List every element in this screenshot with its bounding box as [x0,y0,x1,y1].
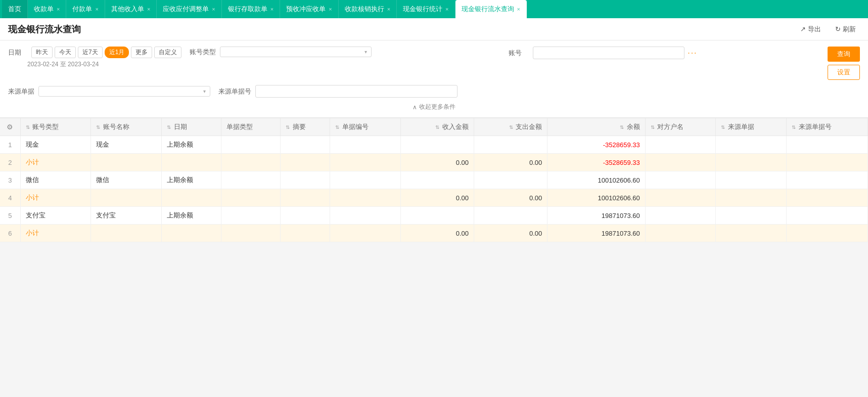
close-icon[interactable]: × [95,6,98,12]
nav-item-cash-flow[interactable]: 现金银行流水查询 × [455,0,527,18]
col-doc-type: 单据类型 [221,118,281,136]
sort-icon: ⇅ [335,124,339,130]
cell-seq: 3 [0,171,20,189]
nav-item-home[interactable]: 首页 [2,0,28,18]
settings-button[interactable]: 设置 [828,65,860,80]
col-summary-label: 摘要 [293,123,306,130]
cell-doc-no [330,189,401,207]
col-source-doc: ⇅ 来源单据 [716,118,787,136]
page-title: 现金银行流水查询 [8,23,81,35]
source-doc-no-label: 来源单据号 [218,87,251,96]
refresh-icon: ↻ [835,25,841,33]
cell-doc-no [330,171,401,189]
nav-item-other-income[interactable]: 其他收入单 × [105,0,157,18]
refresh-button[interactable]: ↻ 刷新 [831,23,860,36]
collapse-filter-button[interactable]: ∧ 收起更多条件 [8,101,860,113]
date-range-display: 2023-02-24 至 2023-03-24 [27,60,99,69]
col-expense-label: 支出金额 [516,123,542,130]
cell-account-type: 小计 [20,154,91,171]
nav-item-cash-stat[interactable]: 现金银行统计 × [397,0,455,18]
cell-source-doc-no [787,207,868,225]
nav-item-label: 银行存取款单 [228,5,267,14]
nav-item-label: 现金银行统计 [403,5,442,14]
cell-balance: -3528659.33 [547,154,646,171]
close-icon[interactable]: × [57,6,60,12]
date-options: 昨天 今天 近7天 近1月 更多 自定义 [31,47,181,58]
date-btn-custom[interactable]: 自定义 [154,47,181,58]
nav-item-payment[interactable]: 付款单 × [66,0,105,18]
nav-item-bank-deposit[interactable]: 银行存取款单 × [222,0,280,18]
date-btn-today[interactable]: 今天 [55,47,76,58]
cell-source-doc [716,154,787,171]
source-doc-no-input[interactable] [255,85,458,98]
cell-source-doc-no [787,154,868,171]
date-btn-1month[interactable]: 近1月 [105,47,129,58]
sort-icon: ⇅ [286,124,290,130]
cell-income [400,136,474,154]
close-icon[interactable]: × [517,6,520,12]
cell-doc-type [221,154,281,171]
cell-account-name: 现金 [91,136,162,154]
cell-income [400,207,474,225]
table-row: 4 小计 0.00 0.00 100102606.60 [0,189,868,207]
cell-counterpart [645,225,716,242]
date-btn-yesterday[interactable]: 昨天 [31,47,53,58]
cell-income: 0.00 [400,225,474,242]
cell-expense: 0.00 [474,154,547,171]
table-header-row: ⚙ ⇅ 账号类型 ⇅ 账号名称 ⇅ 日期 单据类型 ⇅ [0,118,868,136]
account-type-select[interactable]: ▾ [220,47,372,57]
cell-income [400,171,474,189]
cell-account-name: 微信 [91,171,162,189]
export-button[interactable]: ↗ 导出 [796,23,825,36]
refresh-label: 刷新 [843,25,856,34]
cell-date [161,225,221,242]
date-btn-7days[interactable]: 近7天 [78,47,103,58]
cash-flow-table: ⚙ ⇅ 账号类型 ⇅ 账号名称 ⇅ 日期 单据类型 ⇅ [0,118,868,242]
nav-item-advance-offset[interactable]: 预收冲应收单 × [280,0,338,18]
table-row: 6 小计 0.00 0.00 19871073.60 [0,225,868,242]
cell-expense [474,171,547,189]
cell-doc-no [330,154,401,171]
close-icon[interactable]: × [147,6,150,12]
cell-income: 0.00 [400,154,474,171]
export-icon: ↗ [800,25,806,33]
cell-doc-type [221,189,281,207]
close-icon[interactable]: × [387,6,390,12]
nav-item-label: 首页 [8,5,21,14]
col-account-name-label: 账号名称 [103,123,129,130]
column-settings-icon[interactable]: ⚙ [7,123,13,131]
cell-date: 上期余额 [161,171,221,189]
cell-balance: -3528659.33 [547,136,646,154]
top-navigation: 首页 收款单 × 付款单 × 其他收入单 × 应收应付调整单 × 银行存取款单 … [0,0,868,18]
col-settings[interactable]: ⚙ [0,118,20,136]
sort-icon: ⇅ [509,124,513,130]
account-no-dots-button[interactable]: ··· [688,49,697,58]
close-icon[interactable]: × [445,6,448,12]
nav-item-writeoff[interactable]: 收款核销执行 × [339,0,397,18]
cell-seq: 2 [0,154,20,171]
account-no-label: 账号 [509,49,529,58]
col-counterpart-label: 对方户名 [657,123,683,130]
date-btn-more[interactable]: 更多 [131,47,152,58]
cell-expense [474,207,547,225]
col-income-label: 收入金额 [442,123,469,130]
sort-icon: ⇅ [435,124,439,130]
col-date-label: 日期 [174,123,187,130]
query-button[interactable]: 查询 [828,47,860,62]
close-icon[interactable]: × [270,6,273,12]
page-header: 现金银行流水查询 ↗ 导出 ↻ 刷新 [0,18,868,40]
col-doc-no: ⇅ 单据编号 [330,118,401,136]
cell-balance: 100102606.60 [547,171,646,189]
close-icon[interactable]: × [329,6,332,12]
cell-source-doc [716,189,787,207]
cell-counterpart [645,154,716,171]
col-source-doc-no: ⇅ 来源单据号 [787,118,868,136]
nav-item-receipt[interactable]: 收款单 × [28,0,66,18]
source-doc-select[interactable]: ▾ [38,86,210,97]
close-icon[interactable]: × [212,6,215,12]
cell-summary [281,154,330,171]
nav-item-ar-ap-adjust[interactable]: 应收应付调整单 × [157,0,221,18]
sort-icon: ⇅ [167,124,171,130]
col-source-doc-label: 来源单据 [728,123,754,130]
account-no-input[interactable] [533,47,684,59]
